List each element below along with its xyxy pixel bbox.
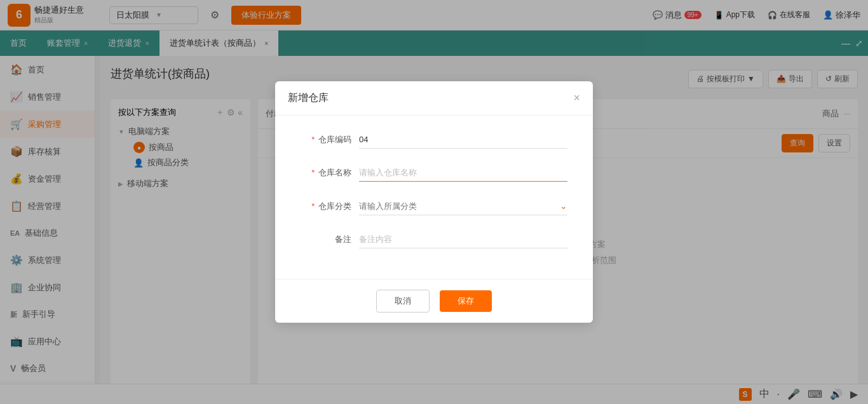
modal-header: 新增仓库 × <box>275 81 593 116</box>
category-select-wrap[interactable]: ⌄ <box>359 197 567 215</box>
code-label: * 仓库编码 <box>301 134 351 145</box>
modal-close-button[interactable]: × <box>573 91 580 105</box>
modal-body: * 仓库编码 * 仓库名称 * 仓库分类 ⌄ <box>275 116 593 279</box>
form-row-code: * 仓库编码 <box>301 131 567 149</box>
new-warehouse-modal: 新增仓库 × * 仓库编码 * 仓库名称 * <box>275 81 593 323</box>
note-label: 备注 <box>301 234 351 245</box>
save-button[interactable]: 保存 <box>440 290 492 312</box>
name-label: * 仓库名称 <box>301 167 351 178</box>
warehouse-note-input[interactable] <box>359 231 567 248</box>
category-dropdown-icon: ⌄ <box>560 201 567 211</box>
modal-title: 新增仓库 <box>288 91 329 105</box>
form-row-category: * 仓库分类 ⌄ <box>301 197 567 215</box>
modal-footer: 取消 保存 <box>275 279 593 323</box>
form-row-note: 备注 <box>301 231 567 248</box>
warehouse-category-input[interactable] <box>359 201 560 211</box>
code-required-star: * <box>311 135 315 144</box>
warehouse-name-input[interactable] <box>359 164 567 182</box>
form-row-name: * 仓库名称 <box>301 164 567 182</box>
name-required-star: * <box>311 168 315 177</box>
category-label: * 仓库分类 <box>301 201 351 212</box>
modal-overlay: 新增仓库 × * 仓库编码 * 仓库名称 * <box>0 0 868 404</box>
category-required-star: * <box>311 201 315 211</box>
cancel-button[interactable]: 取消 <box>376 290 430 313</box>
warehouse-code-input[interactable] <box>359 131 567 149</box>
